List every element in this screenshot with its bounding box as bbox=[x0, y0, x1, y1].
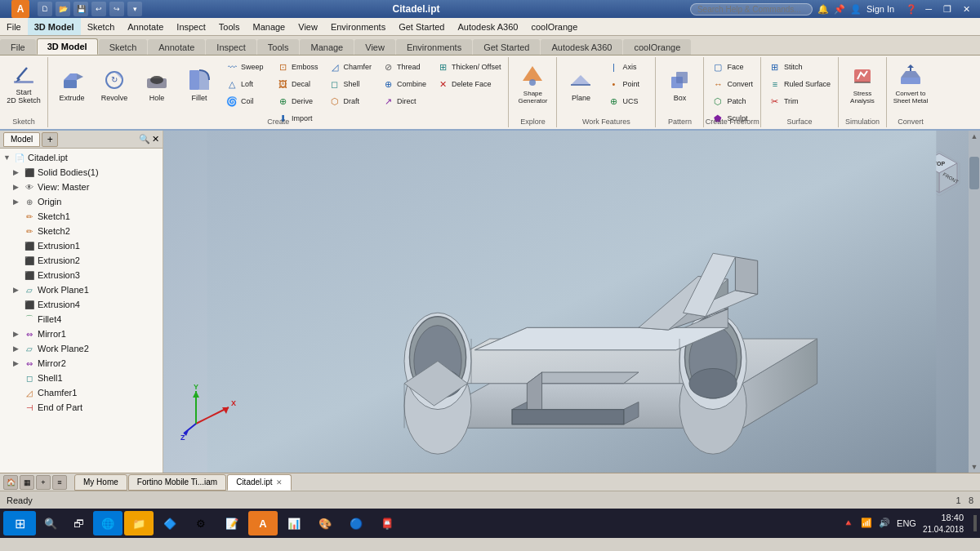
minimize-button[interactable]: ─ bbox=[922, 4, 935, 14]
scrollbar-thumb[interactable] bbox=[969, 157, 979, 189]
btn-coil[interactable]: 🌀 Coil bbox=[221, 93, 270, 109]
home-tab-icon[interactable]: 🏠 bbox=[3, 475, 18, 490]
btn-stress-analysis[interactable]: StressAnalysis bbox=[842, 59, 883, 109]
taskbar-app-2[interactable]: ⚙ bbox=[186, 511, 216, 535]
taskbar-app-1[interactable]: 🔷 bbox=[155, 511, 185, 535]
menu-3dmodel[interactable]: 3D Model bbox=[28, 18, 81, 35]
taskbar-app-4[interactable]: 📊 bbox=[279, 511, 309, 535]
btn-deleteface[interactable]: ✕ Delete Face bbox=[432, 76, 505, 92]
tree-item-extrusion3[interactable]: ⬛ Extrusion3 bbox=[10, 268, 163, 282]
taskbar-app-5[interactable]: 🎨 bbox=[310, 511, 340, 535]
btn-point[interactable]: • Point bbox=[603, 76, 652, 92]
btn-shape-generator[interactable]: ShapeGenerator bbox=[512, 59, 553, 109]
taskview-button[interactable]: 🗗 bbox=[65, 511, 91, 535]
btn-fillet[interactable]: Fillet bbox=[179, 59, 220, 109]
language-indicator[interactable]: ENG bbox=[897, 518, 916, 528]
search-button[interactable]: 🔍 bbox=[38, 511, 64, 535]
menu-inspect[interactable]: Inspect bbox=[170, 18, 212, 35]
btn-axis[interactable]: | Axis bbox=[603, 59, 652, 75]
tree-item-workplane2[interactable]: ▶ ▱ Work Plane2 bbox=[10, 341, 163, 356]
tab-view[interactable]: View bbox=[354, 39, 395, 55]
tray-icon-1[interactable]: 🔺 bbox=[843, 518, 854, 528]
tree-item-mirror2[interactable]: ▶ ⇔ Mirror2 bbox=[10, 356, 163, 371]
btn-decal[interactable]: 🖼 Decal bbox=[272, 76, 323, 92]
qa-more[interactable]: ▾ bbox=[127, 2, 142, 16]
btn-plane[interactable]: Plane bbox=[560, 59, 601, 109]
tree-item-extrusion4[interactable]: ⬛ Extrusion4 bbox=[10, 297, 163, 312]
btn-stitch[interactable]: ⊞ Stitch bbox=[764, 59, 835, 75]
tree-item-workplane1[interactable]: ▶ ▱ Work Plane1 bbox=[10, 282, 163, 297]
taskbar-app-6[interactable]: 🔵 bbox=[341, 511, 371, 535]
taskbar-app-3[interactable]: 📝 bbox=[217, 511, 247, 535]
tab-environments[interactable]: Environments bbox=[396, 39, 472, 55]
citadel-tab-close[interactable]: ✕ bbox=[276, 478, 283, 487]
sidebar-close-icon[interactable]: ✕ bbox=[152, 134, 159, 144]
tab-annotate[interactable]: Annotate bbox=[148, 39, 205, 55]
tray-network[interactable]: 📶 bbox=[861, 518, 872, 528]
open-button[interactable]: 📂 bbox=[56, 2, 70, 16]
menu-manage[interactable]: Manage bbox=[246, 18, 292, 35]
btn-hole[interactable]: Hole bbox=[136, 59, 177, 109]
tree-item-extrusion2[interactable]: ⬛ Extrusion2 bbox=[10, 253, 163, 268]
menu-view[interactable]: View bbox=[292, 18, 324, 35]
tab-myhome[interactable]: My Home bbox=[74, 474, 127, 491]
tab-manage[interactable]: Manage bbox=[300, 39, 354, 55]
tree-item-sketch2[interactable]: ✏ Sketch2 bbox=[10, 224, 163, 238]
tree-item-sketch1[interactable]: ✏ Sketch1 bbox=[10, 209, 163, 224]
scroll-up-arrow[interactable]: ▲ bbox=[971, 132, 978, 140]
help-search[interactable] bbox=[690, 3, 813, 16]
menu-file[interactable]: File bbox=[0, 18, 28, 35]
btn-shell[interactable]: ◻ Shell bbox=[324, 76, 376, 92]
list-tab-icon[interactable]: ≡ bbox=[52, 475, 67, 490]
tree-item-solidbodies[interactable]: ▶ ⬛ Solid Bodies(1) bbox=[10, 165, 163, 180]
tree-item-origin[interactable]: ▶ ⊕ Origin bbox=[10, 194, 163, 209]
menu-annotate[interactable]: Annotate bbox=[121, 18, 170, 35]
btn-convert-ff[interactable]: ↔ Convert bbox=[707, 76, 757, 92]
start-button[interactable]: ⊞ bbox=[3, 511, 36, 535]
taskbar-app-ie[interactable]: 🌐 bbox=[93, 511, 122, 535]
btn-direct[interactable]: ↗ Direct bbox=[377, 93, 430, 109]
save-button[interactable]: 💾 bbox=[74, 2, 88, 16]
btn-thicken[interactable]: ⊞ Thicken/ Offset bbox=[432, 59, 505, 75]
btn-combine[interactable]: ⊕ Combine bbox=[377, 76, 430, 92]
help-btn[interactable]: ❓ bbox=[906, 4, 917, 15]
btn-ucs[interactable]: ⊕ UCS bbox=[603, 93, 652, 109]
user-icon[interactable]: 👤 bbox=[850, 4, 862, 15]
scroll-down-arrow[interactable]: ▼ bbox=[971, 463, 978, 471]
tab-a360[interactable]: Autodesk A360 bbox=[541, 39, 622, 55]
tab-citadel[interactable]: Citadel.ipt ✕ bbox=[227, 474, 291, 491]
new-tab-icon[interactable]: + bbox=[36, 475, 51, 490]
viewport[interactable]: TOP FRONT RIGHT bbox=[163, 131, 980, 473]
tree-item-shell1[interactable]: ◻ Shell1 bbox=[10, 371, 163, 385]
btn-chamfer[interactable]: ◿ Chamfer bbox=[324, 59, 376, 75]
btn-loft[interactable]: △ Loft bbox=[221, 76, 270, 92]
tab-getstarted[interactable]: Get Started bbox=[473, 39, 540, 55]
btn-draft[interactable]: ⬡ Draft bbox=[324, 93, 376, 109]
btn-derive[interactable]: ⊕ Derive bbox=[272, 93, 323, 109]
new-button[interactable]: 🗋 bbox=[38, 2, 52, 16]
tab-file[interactable]: File bbox=[0, 39, 36, 55]
viewport-scrollbar[interactable]: ▲ ▼ bbox=[969, 131, 980, 473]
tab-3dmodel[interactable]: 3D Model bbox=[37, 38, 98, 55]
btn-revolve[interactable]: ↻ Revolve bbox=[94, 59, 135, 109]
undo-button[interactable]: ↩ bbox=[91, 2, 106, 16]
btn-face[interactable]: ▢ Face bbox=[707, 59, 757, 75]
menu-a360[interactable]: Autodesk A360 bbox=[451, 18, 524, 35]
btn-trim[interactable]: ✂ Trim bbox=[764, 93, 835, 109]
menu-coolorange[interactable]: coolOrange bbox=[524, 18, 584, 35]
sign-in-button[interactable]: Sign In bbox=[866, 4, 894, 14]
tab-sketch[interactable]: Sketch bbox=[99, 39, 148, 55]
taskbar-app-inventor[interactable]: A bbox=[248, 511, 278, 535]
tab-fortino[interactable]: Fortino Mobile Ti...iam bbox=[128, 474, 226, 491]
tree-item-endofpart[interactable]: ⊣ End of Part bbox=[10, 400, 163, 415]
btn-sweep[interactable]: 〰 Sweep bbox=[221, 59, 270, 75]
sidebar-search-icon[interactable]: 🔍 bbox=[139, 134, 150, 144]
btn-emboss[interactable]: ⊡ Emboss bbox=[272, 59, 323, 75]
btn-thread[interactable]: ⊘ Thread bbox=[377, 59, 430, 75]
menu-environments[interactable]: Environments bbox=[324, 18, 392, 35]
tree-item-fillet4[interactable]: ⌒ Fillet4 bbox=[10, 312, 163, 327]
tree-item-mirror1[interactable]: ▶ ⇔ Mirror1 bbox=[10, 327, 163, 341]
btn-box[interactable]: Box bbox=[659, 59, 700, 109]
sidebar-tab-model[interactable]: Model bbox=[3, 132, 40, 147]
tree-item-viewmaster[interactable]: ▶ 👁 View: Master bbox=[10, 180, 163, 194]
